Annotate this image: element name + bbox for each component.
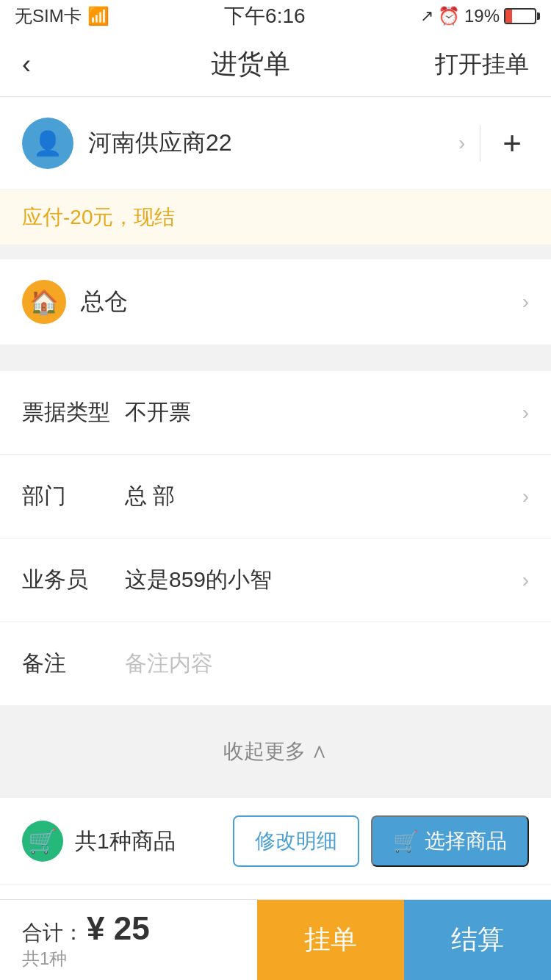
supplier-name: 河南供应商22 (88, 127, 451, 159)
total-amount: ¥ 25 (87, 910, 150, 947)
status-right: ↗ ⏰ 19% (420, 6, 536, 26)
invoice-row[interactable]: 票据类型 不开票 › (0, 371, 551, 455)
avatar-icon: 👤 (33, 129, 62, 157)
back-button[interactable]: ‹ (22, 49, 66, 80)
warehouse-name: 总仓 (81, 286, 515, 318)
wifi-icon: 📶 (87, 6, 109, 26)
hang-button[interactable]: 挂单 (257, 900, 404, 980)
cart-icon: 🛒 (393, 829, 419, 854)
invoice-label: 票据类型 (22, 397, 125, 428)
footer-total: 合计： ¥ 25 共1种 (0, 900, 257, 980)
battery-percent: 19% (464, 6, 500, 26)
total-label: 合计： (22, 919, 84, 947)
total-count: 共1种 (22, 947, 235, 970)
warehouse-chevron-icon: › (522, 290, 529, 314)
remark-input[interactable]: 备注内容 (125, 649, 529, 679)
divider (480, 125, 480, 162)
remark-label: 备注 (22, 649, 125, 679)
department-label: 部门 (22, 481, 125, 511)
status-carrier: 无SIM卡 📶 (15, 4, 109, 28)
edit-details-button[interactable]: 修改明细 (233, 815, 359, 867)
checkout-button[interactable]: 结算 (404, 900, 551, 980)
open-pending-button[interactable]: 打开挂单 (435, 48, 529, 81)
products-icon: 🛒 (22, 821, 63, 862)
notice-bar: 应付-20元，现结 (0, 190, 551, 246)
nav-bar: ‹ 进货单 打开挂单 (0, 32, 551, 97)
collapse-label: 收起更多 ∧ (223, 738, 328, 765)
collapse-row[interactable]: 收起更多 ∧ (0, 718, 551, 785)
supplier-row[interactable]: 👤 河南供应商22 › + (0, 97, 551, 190)
status-bar: 无SIM卡 📶 下午6:16 ↗ ⏰ 19% (0, 0, 551, 32)
salesman-value: 这是859的小智 (125, 565, 515, 595)
products-header: 🛒 共1种商品 修改明细 🛒 选择商品 (0, 798, 551, 885)
products-count: 共1种商品 (75, 826, 233, 857)
invoice-value: 不开票 (125, 397, 515, 428)
status-time: 下午6:16 (224, 2, 306, 30)
supplier-avatar: 👤 (22, 118, 73, 169)
warehouse-row[interactable]: 🏠 总仓 › (0, 259, 551, 345)
footer: 合计： ¥ 25 共1种 挂单 结算 (0, 899, 551, 980)
department-chevron-icon: › (522, 485, 529, 508)
warehouse-icon: 🏠 (22, 280, 66, 324)
remark-row[interactable]: 备注 备注内容 (0, 622, 551, 705)
department-value: 总 部 (125, 481, 515, 511)
alarm-icon: ⏰ (438, 6, 460, 26)
salesman-chevron-icon: › (522, 569, 529, 592)
form-section: 票据类型 不开票 › 部门 总 部 › 业务员 这是859的小智 › 备注 备注… (0, 371, 551, 705)
location-icon: ↗ (420, 7, 433, 26)
department-row[interactable]: 部门 总 部 › (0, 455, 551, 538)
add-supplier-button[interactable]: + (495, 125, 529, 162)
main-content: 👤 河南供应商22 › + 应付-20元，现结 🏠 总仓 › 票据类型 不开票 … (0, 97, 551, 980)
salesman-row[interactable]: 业务员 这是859的小智 › (0, 538, 551, 622)
salesman-label: 业务员 (22, 565, 125, 595)
select-product-button[interactable]: 🛒 选择商品 (371, 815, 529, 867)
invoice-chevron-icon: › (522, 401, 529, 425)
bag-icon: 🛒 (28, 827, 57, 855)
battery-icon (504, 8, 536, 24)
supplier-chevron-icon: › (458, 131, 465, 155)
house-icon: 🏠 (29, 288, 59, 316)
supplier-section: 👤 河南供应商22 › + 应付-20元，现结 (0, 97, 551, 246)
page-title: 进货单 (211, 46, 290, 82)
warehouse-section: 🏠 总仓 › (0, 259, 551, 345)
